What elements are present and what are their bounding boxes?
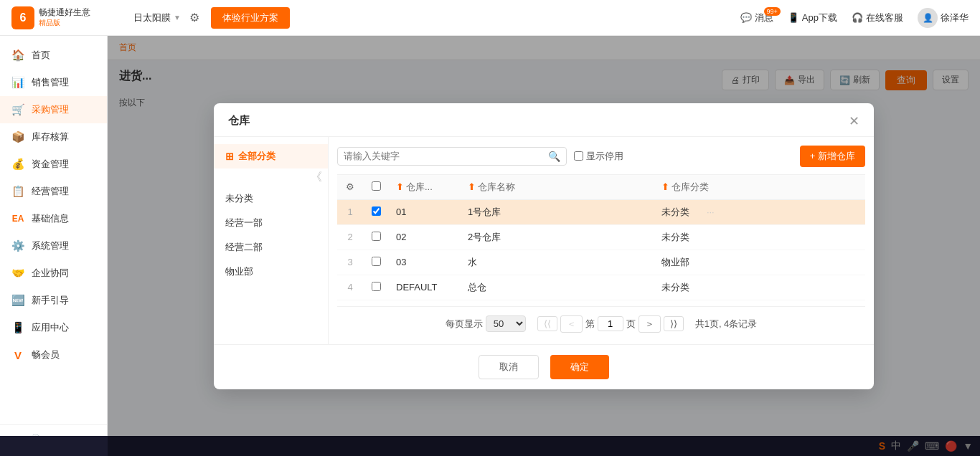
table-header-row: ⚙ ⬆ 仓库... xyxy=(337,174,865,199)
sort-icon: ⬆ xyxy=(396,181,404,192)
table-row[interactable]: 2 02 2号仓库 未分类 xyxy=(337,224,865,250)
per-page-selector: 每页显示 50 20 100 xyxy=(446,315,526,332)
vip-icon: V xyxy=(11,348,24,361)
page-navigation: ⟨⟨ ＜ 第 页 ＞ ⟩⟩ xyxy=(537,315,684,333)
show-disabled-checkbox[interactable] xyxy=(574,151,583,161)
company-name: 日太阳膜 xyxy=(133,11,171,24)
row-gear-cell: 4 xyxy=(337,275,363,300)
row-more-icon: ··· xyxy=(707,206,715,217)
cat-item-all[interactable]: ⊞ 全部分类 xyxy=(214,144,328,168)
th-category: ⬆ 仓库分类 xyxy=(654,174,865,199)
message-item[interactable]: 💬 消息 99+ xyxy=(740,11,773,24)
warehouse-dialog: 仓库 ✕ ⊞ 全部分类 《 未分类 xyxy=(214,103,874,389)
cat-item-dept2[interactable]: 经营二部 xyxy=(214,235,328,260)
company-arrow-icon: ▼ xyxy=(174,14,181,22)
add-warehouse-button[interactable]: + 新增仓库 xyxy=(800,146,865,167)
page-suffix: 页 xyxy=(626,318,636,331)
sort-icon3: ⬆ xyxy=(661,181,669,192)
row-gear-cell: 3 xyxy=(337,250,363,275)
cancel-button[interactable]: 取消 xyxy=(479,355,539,379)
sidebar-item-inventory[interactable]: 📦 库存核算 xyxy=(0,123,107,151)
app-download-item[interactable]: 📱 App下载 xyxy=(788,11,837,24)
user-name: 徐泽华 xyxy=(941,11,969,24)
page-last-button[interactable]: ⟩⟩ xyxy=(664,316,684,331)
row-category: 物业部 xyxy=(654,250,865,275)
sidebar-item-newbie[interactable]: 🆕 新手引导 xyxy=(0,287,107,314)
per-page-select[interactable]: 50 20 100 xyxy=(486,315,526,332)
table-row[interactable]: 4 DEFAULT 总仓 未分类 xyxy=(337,275,865,300)
row-checkbox-cell xyxy=(363,275,389,300)
row-category: 未分类 xyxy=(654,224,865,250)
sidebar-label-sales: 销售管理 xyxy=(32,76,69,89)
cat-label-dept2: 经营二部 xyxy=(225,241,263,254)
finance-icon: 💰 xyxy=(11,158,24,171)
confirm-button[interactable]: 确定 xyxy=(550,355,609,379)
table-toolbar: 🔍 显示停用 + 新增仓库 xyxy=(337,146,865,167)
user-avatar: 👤 xyxy=(918,8,938,28)
trial-button[interactable]: 体验行业方案 xyxy=(211,7,290,29)
sidebar-label-finance: 资金管理 xyxy=(32,158,69,171)
user-item[interactable]: 👤 徐泽华 xyxy=(918,8,969,28)
search-box: 🔍 xyxy=(337,147,567,166)
sidebar-item-operations[interactable]: 📋 经营管理 xyxy=(0,178,107,205)
online-service-item[interactable]: 🎧 在线客服 xyxy=(852,11,903,24)
sidebar-label-enterprise: 企业协同 xyxy=(32,267,69,280)
newbie-icon: 🆕 xyxy=(11,294,24,307)
message-badge: 99+ xyxy=(764,7,781,16)
cat-item-unclassified[interactable]: 未分类 xyxy=(214,186,328,211)
row-checkbox[interactable] xyxy=(372,282,381,291)
row-code: 02 xyxy=(389,224,461,250)
select-all-checkbox[interactable] xyxy=(372,181,381,191)
cat-item-dept1[interactable]: 经营一部 xyxy=(214,211,328,235)
basic-info-icon: EA xyxy=(11,212,24,225)
home-icon: 🏠 xyxy=(11,49,24,62)
page-input[interactable] xyxy=(598,316,623,331)
sidebar-item-finance[interactable]: 💰 资金管理 xyxy=(0,151,107,178)
search-icon[interactable]: 🔍 xyxy=(548,151,560,162)
sidebar-item-basic-info[interactable]: EA 基础信息 xyxy=(0,205,107,232)
sidebar: 🏠 首页 📊 销售管理 🛒 采购管理 📦 库存核算 💰 资金管理 📋 经营管理 … xyxy=(0,36,108,456)
sidebar-label-operations: 经营管理 xyxy=(32,185,69,198)
system-icon: ⚙️ xyxy=(11,239,24,252)
table-row[interactable]: 3 03 水 物业部 xyxy=(337,250,865,275)
cat-label-property: 物业部 xyxy=(225,265,253,278)
sidebar-item-system[interactable]: ⚙️ 系统管理 xyxy=(0,232,107,260)
search-input[interactable] xyxy=(344,151,545,161)
page-first-button[interactable]: ⟨⟨ xyxy=(537,316,557,331)
sidebar-item-app-center[interactable]: 📱 应用中心 xyxy=(0,314,107,341)
row-checkbox-cell xyxy=(363,199,389,224)
page-prev-button[interactable]: ＜ xyxy=(560,315,583,333)
row-checkbox[interactable] xyxy=(372,206,381,216)
dialog-close-icon[interactable]: ✕ xyxy=(849,113,859,129)
sidebar-label-vip: 畅会员 xyxy=(32,348,60,361)
sidebar-item-sales[interactable]: 📊 销售管理 xyxy=(0,69,107,96)
company-selector[interactable]: 日太阳膜 ▼ xyxy=(133,11,181,24)
row-checkbox[interactable] xyxy=(372,232,381,241)
row-gear-cell: 1 xyxy=(337,199,363,224)
modal-overlay: 仓库 ✕ ⊞ 全部分类 《 未分类 xyxy=(108,36,980,456)
cat-item-property[interactable]: 物业部 xyxy=(214,260,328,284)
sidebar-label-purchase: 采购管理 xyxy=(32,103,69,116)
show-disabled-label[interactable]: 显示停用 xyxy=(574,150,623,163)
online-service-label: 在线客服 xyxy=(866,11,903,24)
purchase-icon: 🛒 xyxy=(11,103,24,116)
cat-label-unclassified: 未分类 xyxy=(225,192,253,205)
page-next-button[interactable]: ＞ xyxy=(639,315,661,333)
sidebar-item-enterprise[interactable]: 🤝 企业协同 xyxy=(0,260,107,287)
row-checkbox-cell xyxy=(363,250,389,275)
row-checkbox[interactable] xyxy=(372,257,381,266)
sidebar-item-vip[interactable]: V 畅会员 xyxy=(0,341,107,369)
settings-icon[interactable]: ⚙ xyxy=(189,11,199,24)
row-code: 03 xyxy=(389,250,461,275)
sidebar-item-home[interactable]: 🏠 首页 xyxy=(0,42,107,69)
inventory-icon: 📦 xyxy=(11,130,24,143)
page-total: 共1页, 4条记录 xyxy=(695,318,758,331)
row-gear-cell: 2 xyxy=(337,224,363,250)
page-label: 第 xyxy=(585,318,595,331)
row-name: 1号仓库 xyxy=(461,199,654,224)
sidebar-item-purchase[interactable]: 🛒 采购管理 xyxy=(0,96,107,123)
collapse-icon[interactable]: 《 xyxy=(311,170,322,185)
table-row[interactable]: 1 01 1号仓库 未分类 ··· xyxy=(337,199,865,224)
logo-name: 畅捷通好生意 xyxy=(39,7,90,19)
sidebar-label-system: 系统管理 xyxy=(32,239,69,252)
